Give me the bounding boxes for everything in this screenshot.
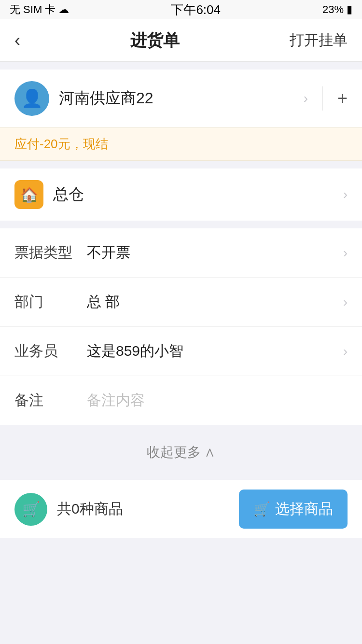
vertical-divider bbox=[322, 86, 323, 111]
warehouse-card[interactable]: 🏠 总仓 › bbox=[0, 168, 362, 221]
collapse-text: 收起更多 ∧ bbox=[147, 443, 216, 462]
bottom-bar: 🛒 共0种商品 🛒 选择商品 bbox=[0, 480, 362, 538]
department-chevron-icon: › bbox=[343, 294, 348, 310]
page-bottom bbox=[0, 538, 362, 644]
status-right: 23% ▮ bbox=[322, 3, 352, 16]
warehouse-row[interactable]: 🏠 总仓 › bbox=[0, 168, 362, 221]
warehouse-name: 总仓 bbox=[53, 184, 343, 205]
supplier-avatar: 👤 bbox=[14, 81, 49, 116]
signal-text: 无 SIM 卡 ☁ bbox=[10, 2, 69, 17]
battery-icon: ▮ bbox=[347, 3, 352, 16]
warehouse-icon: 🏠 bbox=[14, 180, 43, 209]
select-product-button[interactable]: 🛒 选择商品 bbox=[239, 490, 348, 529]
product-count: 共0种商品 bbox=[57, 499, 229, 519]
supplier-actions: › + bbox=[304, 86, 348, 111]
add-supplier-button[interactable]: + bbox=[337, 88, 348, 109]
invoice-type-label: 票据类型 bbox=[14, 243, 82, 263]
select-product-label: 选择商品 bbox=[275, 499, 333, 519]
supplier-card: 👤 河南供应商22 › + 应付-20元，现结 bbox=[0, 70, 362, 161]
salesperson-row[interactable]: 业务员 这是859的小智 › bbox=[0, 327, 362, 376]
house-icon: 🏠 bbox=[20, 186, 38, 203]
back-button[interactable]: ‹ bbox=[14, 30, 20, 51]
spacer-before-bottom bbox=[0, 472, 362, 480]
department-value: 总 部 bbox=[87, 292, 343, 312]
invoice-type-row[interactable]: 票据类型 不开票 › bbox=[0, 228, 362, 278]
invoice-type-chevron-icon: › bbox=[343, 245, 348, 261]
remark-input[interactable]: 备注内容 bbox=[87, 391, 348, 410]
salesperson-chevron-icon: › bbox=[343, 344, 348, 359]
supplier-name: 河南供应商22 bbox=[59, 88, 304, 109]
salesperson-label: 业务员 bbox=[14, 341, 82, 361]
cart-icon: 🛒 bbox=[22, 501, 40, 518]
select-product-icon: 🛒 bbox=[253, 501, 270, 517]
department-row[interactable]: 部门 总 部 › bbox=[0, 278, 362, 327]
remark-row[interactable]: 备注 备注内容 bbox=[0, 376, 362, 425]
page-title: 进货单 bbox=[130, 29, 180, 52]
status-bar: 无 SIM 卡 ☁ 下午6:04 23% ▮ bbox=[0, 0, 362, 19]
invoice-type-value: 不开票 bbox=[87, 243, 343, 263]
avatar-icon: 👤 bbox=[21, 88, 43, 109]
warehouse-chevron-icon: › bbox=[343, 187, 348, 202]
status-time: 下午6:04 bbox=[171, 1, 221, 18]
salesperson-value: 这是859的小智 bbox=[87, 341, 343, 361]
top-spacer bbox=[0, 62, 362, 70]
status-left: 无 SIM 卡 ☁ bbox=[10, 2, 69, 17]
supplier-row[interactable]: 👤 河南供应商22 › + bbox=[0, 70, 362, 127]
remark-label: 备注 bbox=[14, 391, 82, 410]
battery-text: 23% bbox=[322, 3, 344, 16]
department-label: 部门 bbox=[14, 292, 82, 312]
nav-bar: ‹ 进货单 打开挂单 bbox=[0, 19, 362, 62]
open-pending-button[interactable]: 打开挂单 bbox=[290, 30, 348, 50]
supplier-chevron-icon: › bbox=[304, 91, 308, 106]
notice-bar: 应付-20元，现结 bbox=[0, 127, 362, 161]
form-card: 票据类型 不开票 › 部门 总 部 › 业务员 这是859的小智 › 备注 备注… bbox=[0, 228, 362, 425]
content-area: 👤 河南供应商22 › + 应付-20元，现结 🏠 总仓 › 票据类型 不开票 … bbox=[0, 62, 362, 644]
collapse-row[interactable]: 收起更多 ∧ bbox=[0, 433, 362, 472]
product-icon: 🛒 bbox=[14, 493, 47, 526]
